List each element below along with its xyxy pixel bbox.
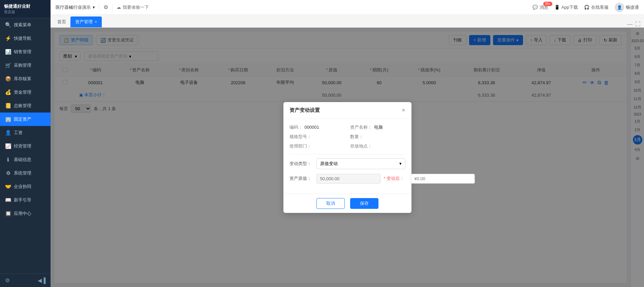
- sidebar-item-label: 搜索菜单: [14, 22, 31, 28]
- modal-info-grid: 编码： 000001 资产名称： 电脑 规格型号： 数量：: [289, 124, 405, 149]
- modal-header: 资产变动设置 ×: [283, 102, 411, 119]
- tab-home-label: 首页: [57, 19, 66, 25]
- modal-name-label: 资产名称：: [350, 124, 372, 130]
- sidebar-item-search[interactable]: 🔍 搜索菜单: [0, 18, 51, 32]
- sidebar-item-label: 快捷导航: [14, 35, 31, 41]
- settings-icon[interactable]: ⚙: [5, 277, 10, 284]
- modal-dept-item: 使用部门：: [289, 143, 345, 149]
- sidebar-item-fixed[interactable]: 🏢 固定资产: [0, 113, 51, 126]
- divider2: [112, 4, 113, 11]
- sidebar: 畅捷通好业财 普及版 🔍 搜索菜单 ⚡ 快捷导航 📊 销售管理 🛒 采购管理 📦…: [0, 0, 51, 287]
- maximize-icon[interactable]: ⛶: [635, 21, 641, 27]
- logo-text: 畅捷通好业财 普及版: [4, 3, 30, 14]
- system-icon: ⚙: [5, 170, 11, 176]
- window-controls: — ⛶: [627, 21, 641, 27]
- sidebar-item-sales[interactable]: 📊 销售管理: [0, 45, 51, 59]
- original-value-input: [316, 174, 380, 184]
- sidebar-item-label: 销售管理: [14, 49, 31, 55]
- after-change-label: * 变动后：: [384, 176, 407, 182]
- sidebar-item-label: 采购管理: [14, 62, 31, 68]
- modal-spec-label: 规格型号：: [289, 134, 311, 140]
- fixed-assets-icon: 🏢: [5, 116, 11, 122]
- app-download-btn[interactable]: 📱 App下载: [554, 4, 578, 10]
- sidebar-item-operations[interactable]: 📈 经营管理: [0, 139, 51, 153]
- basic-info-icon: ℹ: [5, 157, 11, 163]
- message-badge: 99+: [543, 2, 552, 6]
- inventory-icon: 📦: [5, 76, 11, 82]
- message-icon: 💬: [532, 5, 538, 10]
- search-icon: 🔍: [5, 22, 11, 28]
- sidebar-item-basic[interactable]: ℹ 基础信息: [0, 153, 51, 166]
- apps-icon: 🔲: [5, 211, 11, 217]
- change-type-dropdown-icon: ▾: [399, 161, 402, 166]
- after-change-input[interactable]: [411, 174, 475, 184]
- sidebar-item-label: 固定资产: [14, 116, 31, 122]
- tab-asset-management[interactable]: 资产管理 ×: [70, 17, 102, 27]
- change-type-value: 原值变动: [320, 161, 338, 167]
- company-name: 医疗器械行业演示: [56, 4, 91, 10]
- original-value-label: 资产原值：: [289, 176, 313, 182]
- tab-close-icon[interactable]: ×: [95, 20, 97, 24]
- tab-home[interactable]: 首页: [54, 17, 69, 27]
- original-value-row: 资产原值： * 变动后：: [289, 174, 405, 184]
- sidebar-item-system[interactable]: ⚙ 系统管理: [0, 166, 51, 180]
- sidebar-item-label: 系统管理: [14, 170, 31, 176]
- sidebar-item-guide[interactable]: 📖 新手引导: [0, 193, 51, 207]
- user-info[interactable]: 👤 畅捷通: [615, 3, 639, 12]
- sidebar-logo: 畅捷通好业财 普及版: [0, 0, 51, 18]
- finance-icon: 💰: [5, 89, 11, 95]
- modal-quantity-item: 数量：: [350, 134, 405, 140]
- modal-spec-item: 规格型号：: [289, 134, 345, 140]
- sidebar-item-label: 基础信息: [14, 157, 31, 163]
- payroll-icon: 👤: [5, 130, 11, 136]
- customer-service-btn[interactable]: 🎧 在线客服: [584, 4, 609, 10]
- modal-code-value: 000001: [305, 125, 319, 130]
- modal-body: 编码： 000001 资产名称： 电脑 规格型号： 数量：: [283, 119, 411, 194]
- quicknav-icon: ⚡: [5, 35, 11, 41]
- modal-cancel-btn[interactable]: 取消: [316, 198, 345, 209]
- sidebar-item-purchase[interactable]: 🛒 采购管理: [0, 59, 51, 72]
- sidebar-item-enterprise[interactable]: 🤝 企业协同: [0, 180, 51, 193]
- modal-code-label: 编码：: [289, 124, 303, 130]
- minimize-icon[interactable]: —: [627, 21, 633, 27]
- modal-dept-label: 使用部门：: [289, 143, 311, 149]
- operations-icon: 📈: [5, 143, 11, 149]
- sidebar-item-label: 经营管理: [14, 143, 31, 149]
- modal-name-item: 资产名称： 电脑: [350, 124, 405, 130]
- change-type-select[interactable]: 原值变动 ▾: [316, 158, 405, 169]
- experience-btn[interactable]: ☁ 我要体验一下: [117, 4, 149, 10]
- modal-close-btn[interactable]: ×: [402, 107, 405, 114]
- company-selector[interactable]: 医疗器械行业演示 ▾: [56, 4, 95, 10]
- ledger-icon: 📒: [5, 103, 11, 109]
- sidebar-item-label: 库存核算: [14, 76, 31, 82]
- sidebar-item-label: 总账管理: [14, 103, 31, 109]
- message-btn[interactable]: 💬 消息 99+: [532, 4, 548, 10]
- user-name: 畅捷通: [626, 4, 639, 10]
- collapse-icon[interactable]: ◀▐: [38, 277, 45, 284]
- modal-save-btn[interactable]: 保存: [350, 198, 378, 209]
- settings-gear-icon[interactable]: ⚙: [103, 4, 108, 10]
- modal-name-value: 电脑: [374, 124, 383, 130]
- sidebar-item-finance[interactable]: 💰 资金管理: [0, 86, 51, 99]
- sidebar-item-label: 工资: [14, 130, 23, 136]
- sidebar-item-label: 应用中心: [14, 211, 31, 217]
- download-icon: 📱: [554, 5, 560, 10]
- app-download-label: App下载: [561, 4, 578, 10]
- divider1: [99, 4, 99, 11]
- purchase-icon: 🛒: [5, 62, 11, 68]
- sidebar-item-inventory[interactable]: 📦 库存核算: [0, 72, 51, 86]
- main-area: 医疗器械行业演示 ▾ ⚙ ☁ 我要体验一下 💬 消息 99+ 📱 App下载 🎧…: [51, 0, 644, 287]
- sidebar-menu: 🔍 搜索菜单 ⚡ 快捷导航 📊 销售管理 🛒 采购管理 📦 库存核算 💰 资金管…: [0, 18, 51, 274]
- modal-overlay: 资产变动设置 × 编码： 000001 资产名称： 电脑: [51, 28, 644, 287]
- service-icon: 🎧: [584, 5, 589, 10]
- modal-location-item: 存放地点：: [350, 143, 405, 149]
- sidebar-item-quicknav[interactable]: ⚡ 快捷导航: [0, 32, 51, 45]
- modal-quantity-label: 数量：: [350, 134, 363, 140]
- sidebar-item-ledger[interactable]: 📒 总账管理: [0, 99, 51, 113]
- enterprise-icon: 🤝: [5, 184, 11, 190]
- guide-icon: 📖: [5, 197, 11, 203]
- modal-title: 资产变动设置: [289, 107, 320, 114]
- sidebar-item-apps[interactable]: 🔲 应用中心: [0, 207, 51, 220]
- sidebar-item-payroll[interactable]: 👤 工资: [0, 126, 51, 139]
- asset-change-modal: 资产变动设置 × 编码： 000001 资产名称： 电脑: [283, 102, 411, 213]
